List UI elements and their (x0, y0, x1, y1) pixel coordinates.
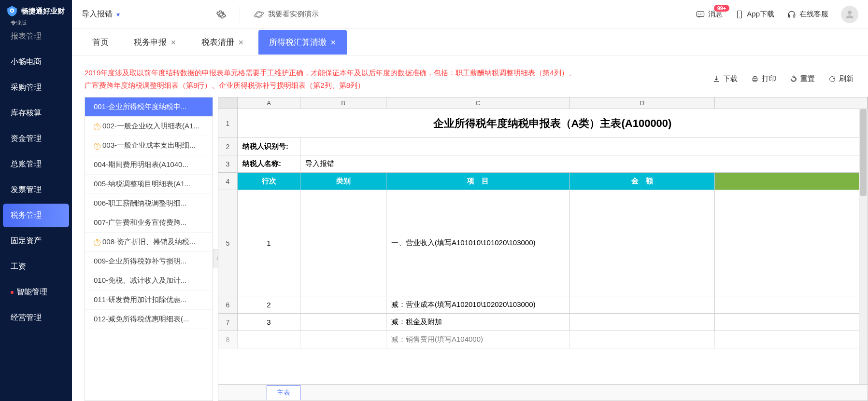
cell-a5[interactable]: 1 (238, 190, 300, 296)
cell-e5[interactable] (715, 190, 868, 296)
tree-item-011[interactable]: 011-研发费用加计扣除优惠... (85, 290, 213, 310)
warn-icon: ? (94, 239, 100, 246)
cell-d7[interactable] (570, 314, 715, 331)
row-header[interactable]: 2 (218, 138, 238, 155)
row-header[interactable]: 8 (218, 331, 238, 348)
header-category[interactable]: 类别 (300, 173, 386, 190)
taxpayer-id-label[interactable]: 纳税人识别号: (238, 138, 300, 155)
select-all-corner[interactable] (218, 97, 238, 109)
tree-item-009[interactable]: 009-企业所得税弥补亏损明... (85, 252, 213, 271)
cell-d6[interactable] (570, 296, 715, 313)
sheet-tab-main[interactable]: 主表 (267, 385, 300, 400)
taxpayer-id-value[interactable] (300, 138, 868, 155)
warning-notice: 2019年度涉及取以前年度结转数据的申报表单元格需要手工维护正确，才能保证本年及… (85, 67, 577, 91)
taxpayer-name-value[interactable]: 导入报错 (300, 155, 868, 172)
cell-b7[interactable] (300, 314, 386, 331)
nav-ledger[interactable]: 总账管理 (0, 152, 72, 177)
customer-service-button[interactable]: 在线客服 (787, 10, 828, 19)
row-header[interactable]: 1 (218, 109, 238, 138)
nav-tax[interactable]: 税务管理 (3, 204, 69, 227)
col-header-a[interactable]: A (238, 97, 300, 109)
nav-reports[interactable]: 报表管理 (0, 29, 72, 49)
tab-tax-declare[interactable]: 税务申报✕ (123, 30, 187, 55)
warn-icon: ? (94, 143, 100, 150)
cell-a8[interactable] (238, 331, 300, 348)
project-selector[interactable]: 导入报错 ▾ (82, 9, 207, 19)
tree-item-007[interactable]: 007-广告费和业务宣传费跨... (85, 213, 213, 233)
cell-c7[interactable]: 减：税金及附加 (386, 314, 570, 331)
cell-e8[interactable] (715, 331, 868, 348)
cell-b6[interactable] (300, 296, 386, 313)
taxpayer-name-label[interactable]: 纳税人名称: (238, 155, 300, 172)
gear-icon[interactable] (216, 10, 226, 19)
header-item[interactable]: 项 目 (386, 173, 570, 190)
cell-b5[interactable] (300, 190, 386, 296)
tree-item-010[interactable]: 010-免税、减计收入及加计... (85, 271, 213, 290)
header-rownum[interactable]: 行次 (238, 173, 300, 190)
tab-income-tax[interactable]: 所得税汇算清缴✕ (258, 30, 347, 55)
nav-business[interactable]: 经营管理 (0, 305, 72, 331)
brand-logo: 畅捷通好业财 (0, 0, 72, 19)
planet-icon (254, 9, 264, 20)
header-extra[interactable] (715, 173, 868, 190)
nav-assets[interactable]: 固定资产 (0, 228, 72, 254)
sheet-title[interactable]: 企业所得税年度纳税申报表（A类）主表(A100000) (238, 109, 868, 138)
avatar[interactable] (841, 6, 858, 23)
sheet-row-8: 8 减：销售费用(填写A104000) (218, 331, 868, 348)
demo-link[interactable]: 我要看实例演示 (254, 9, 319, 20)
tab-tax-register[interactable]: 税表清册✕ (191, 30, 255, 55)
tree-item-005[interactable]: 005-纳税调整项目明细表(A1... (85, 175, 213, 194)
cell-e7[interactable] (715, 314, 868, 331)
tree-item-006[interactable]: 006-职工薪酬纳税调整明细... (85, 194, 213, 213)
refresh-button[interactable]: 刷新 (828, 74, 854, 83)
cell-d5[interactable] (570, 190, 715, 296)
row-header[interactable]: 7 (218, 314, 238, 331)
row-header[interactable]: 6 (218, 296, 238, 313)
download-button[interactable]: 下载 (712, 74, 738, 83)
tab-home[interactable]: 首页 (82, 30, 119, 55)
print-button[interactable]: 打印 (751, 74, 776, 83)
nav-funds[interactable]: 资金管理 (0, 126, 72, 152)
nav-smart[interactable]: 智能管理 (0, 279, 72, 305)
cell-e6[interactable] (715, 296, 868, 313)
tree-item-008[interactable]: ?008-资产折旧、摊销及纳税... (85, 233, 213, 252)
nav-ecommerce[interactable]: 小畅电商 (0, 49, 72, 75)
app-download-button[interactable]: App下载 (735, 10, 774, 19)
cell-d8[interactable] (570, 331, 715, 348)
project-name: 导入报错 (82, 9, 113, 19)
vertical-scrollbar[interactable] (859, 109, 868, 384)
svg-rect-11 (753, 78, 757, 81)
cell-c6[interactable]: 减：营业成本(填写A102010\102020\103000) (386, 296, 570, 313)
cell-b8[interactable] (300, 331, 386, 348)
row-header[interactable]: 3 (218, 155, 238, 172)
nav-invoice[interactable]: 发票管理 (0, 177, 72, 203)
cell-a6[interactable]: 2 (238, 296, 300, 313)
tree-item-004[interactable]: 004-期间费用明细表(A1040... (85, 155, 213, 175)
nav-purchase[interactable]: 采购管理 (0, 75, 72, 100)
close-icon[interactable]: ✕ (238, 39, 244, 46)
nav-salary[interactable]: 工资 (0, 254, 72, 279)
tree-item-001[interactable]: 001-企业所得税年度纳税申... (85, 97, 213, 117)
col-header-c[interactable]: C (386, 97, 570, 109)
scrollbar-thumb[interactable] (860, 109, 867, 196)
col-header-d[interactable]: D (570, 97, 715, 109)
reset-button[interactable]: 重置 (790, 74, 815, 83)
cell-c8[interactable]: 减：销售费用(填写A104000) (386, 331, 570, 348)
cell-c5[interactable]: 一、营业收入(填写A101010\101020\103000) (386, 190, 570, 296)
close-icon[interactable]: ✕ (171, 39, 176, 46)
row-header[interactable]: 5 (218, 190, 238, 296)
nav-inventory[interactable]: 库存核算 (0, 100, 72, 126)
sheet-row-4: 4 行次 类别 项 目 金 额 (218, 173, 868, 190)
cell-a7[interactable]: 3 (238, 314, 300, 331)
download-icon (712, 75, 720, 83)
close-icon[interactable]: ✕ (330, 39, 336, 46)
col-header-e[interactable] (715, 97, 868, 109)
tree-item-012[interactable]: 012-减免所得税优惠明细表(... (85, 310, 213, 329)
col-header-b[interactable]: B (300, 97, 386, 109)
header-amount[interactable]: 金 额 (570, 173, 715, 190)
messages-button[interactable]: 消息 99+ (696, 10, 723, 19)
tree-item-003[interactable]: ?003-一般企业成本支出明细... (85, 136, 213, 155)
row-header[interactable]: 4 (218, 173, 238, 190)
tree-item-002[interactable]: ?002-一般企业收入明细表(A1... (85, 117, 213, 136)
sheet-row-2: 2 纳税人识别号: (218, 138, 868, 155)
